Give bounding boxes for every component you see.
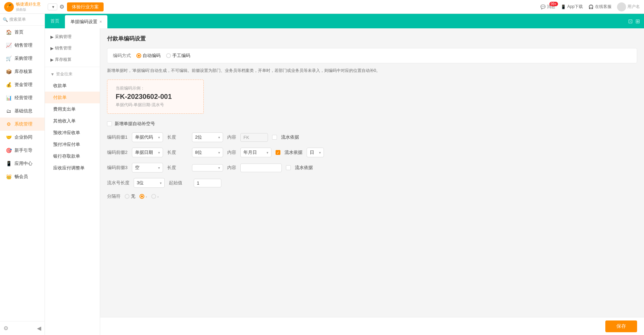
auto-fill-label: 新增单据自动补空号 (115, 121, 155, 127)
menu-group-capital-arrow: ▼ (50, 72, 55, 77)
topbar-dropdown[interactable]: ▾ (48, 3, 57, 10)
auto-fill-checkbox[interactable] (107, 121, 112, 126)
sidebar-item-enterprise[interactable]: 🤝 企业协同 (0, 131, 45, 144)
serial2-period-select[interactable]: 日 (307, 148, 324, 157)
manual-code-radio[interactable]: 手工编码 (166, 53, 190, 59)
tab-action-minimize[interactable]: ⊡ (628, 18, 633, 25)
serial1-label: 流水依据 (281, 134, 299, 140)
content3-input[interactable] (240, 164, 282, 172)
sidebar: 🔍 搜索菜单 🏠 首页 📈 销售管理 🛒 采购管理 📦 库存核算 💰 资金管理 … (0, 14, 45, 335)
sidebar-item-purchase[interactable]: 🛒 采购管理 (0, 52, 45, 65)
menu-group-sales-arrow: ▶ (50, 46, 54, 51)
menu-item-payment[interactable]: 付款单 (45, 92, 100, 103)
serial-length-select[interactable]: 3位 (134, 178, 165, 188)
encoding-mode-label: 编码方式 (113, 53, 131, 59)
serial3-checkbox[interactable] (286, 165, 291, 170)
app-download-item[interactable]: 📱 App下载 (561, 4, 583, 10)
newguide-icon: 🎯 (6, 147, 12, 153)
menu-group-capital[interactable]: ▼ 资金往来 (45, 68, 100, 80)
serial-number-row: 流水号长度 3位 起始值 (107, 178, 637, 188)
code-preview-value: FK-20230602-001 (116, 93, 195, 101)
sidebar-item-operations[interactable]: 📊 经营管理 (0, 91, 45, 104)
avatar-image (617, 2, 626, 11)
experience-button[interactable]: 体验行业方案 (67, 2, 104, 11)
sidebar-item-system[interactable]: ⚙ 系统管理 (0, 118, 45, 131)
sidebar-search[interactable]: 🔍 搜索菜单 (0, 14, 45, 26)
menu-item-bank[interactable]: 银行存取款单 (45, 150, 100, 162)
menu-divider (45, 67, 100, 67)
topbar-settings-icon[interactable]: ⚙ (59, 3, 64, 10)
serial1-checkbox[interactable] (272, 135, 277, 140)
auto-code-radio-circle (136, 53, 141, 58)
serial2-checkbox[interactable]: ✓ (276, 150, 280, 155)
save-button[interactable]: 保存 (605, 320, 637, 332)
sep-dot-char: · (146, 194, 147, 199)
sidebar-item-member[interactable]: 👑 畅会员 (0, 170, 45, 183)
sep-dot-radio[interactable]: · (140, 194, 147, 199)
messages-item[interactable]: 💬 消息 99+ (540, 4, 555, 10)
prefix1-select[interactable]: 单据代码 (132, 132, 163, 142)
sidebar-item-inventory[interactable]: 📦 库存核算 (0, 65, 45, 78)
start-value-input[interactable] (194, 179, 221, 187)
tab-encoding-settings[interactable]: 单据编码设置 × (65, 15, 107, 28)
menu-group-inventory[interactable]: ▶ 库存核算 (45, 54, 100, 65)
auto-code-radio[interactable]: 自动编码 (136, 53, 161, 59)
prefix3-select[interactable]: 空 (132, 163, 163, 173)
page-title: 付款单编码设置 (107, 35, 637, 43)
main-layout: 🔍 搜索菜单 🏠 首页 📈 销售管理 🛒 采购管理 📦 库存核算 💰 资金管理 … (0, 14, 644, 335)
tab-home[interactable]: 首页 (45, 14, 65, 28)
customer-service-item[interactable]: 🎧 在线客服 (588, 4, 612, 10)
topbar-logo: 🍊 畅捷通好生意 插曲版 (4, 2, 41, 12)
sidebar-item-appcenter[interactable]: 📱 应用中心 (0, 157, 45, 170)
separator-label: 分隔符 (107, 193, 121, 199)
menu-item-other-income[interactable]: 其他收入单 (45, 115, 100, 127)
sep-dot-circle (140, 194, 144, 199)
content1-input[interactable] (240, 133, 268, 142)
info-text: 新增单据时，'单据编码'自动生成，不可编辑。前缀设置为部门、业务员等档案类，开单… (107, 67, 637, 74)
sidebar-item-home[interactable]: 🏠 首页 (0, 26, 45, 39)
prefix2-select[interactable]: 单据日期 (132, 148, 163, 157)
sep-dot-dot (141, 195, 143, 197)
sidebar-item-newguide[interactable]: 🎯 新手引导 (0, 144, 45, 157)
sidebar-item-basic[interactable]: 🗂 基础信息 (0, 104, 45, 118)
menu-item-receipt[interactable]: 收款单 (45, 80, 100, 92)
sidebar-item-finance[interactable]: 💰 资金管理 (0, 78, 45, 91)
purchase-icon: 🛒 (6, 55, 12, 62)
auto-fill-row: 新增单据自动补空号 (107, 121, 637, 127)
menu-item-adjust[interactable]: 应收应付调整单 (45, 162, 100, 174)
content1-label: 内容 (227, 134, 236, 140)
footer-settings-button[interactable]: ⚙ (3, 325, 8, 332)
sep-other-radio[interactable]: · (151, 194, 159, 199)
length2-select[interactable]: 8位 (192, 148, 223, 157)
customer-service-icon: 🎧 (588, 4, 594, 9)
appcenter-icon: 📱 (6, 160, 12, 167)
menu-item-prepayment[interactable]: 预付冲应付单 (45, 139, 100, 150)
logo-text: 畅捷通好生意 插曲版 (16, 2, 41, 12)
tab-bar-actions: ⊡ ⊞ (628, 18, 644, 25)
length1-select[interactable]: 2位 (192, 132, 223, 142)
content3-label: 内容 (227, 165, 236, 171)
length2-label: 长度 (167, 149, 188, 156)
user-avatar[interactable]: 用户名 (617, 2, 640, 11)
prefix1-label: 编码前缀1 (107, 134, 128, 140)
sidebar-item-sales[interactable]: 📈 销售管理 (0, 39, 45, 52)
start-value-label: 起始值 (169, 180, 190, 186)
member-icon: 👑 (6, 174, 12, 180)
length3-select[interactable] (192, 164, 223, 171)
code-preview: 当前编码示例： FK-20230602-001 单据代码-单据日期-流水号 (107, 80, 204, 114)
topbar-nav: ▾ ⚙ (48, 3, 64, 10)
menu-item-prereceipt[interactable]: 预收冲应收单 (45, 127, 100, 139)
messages-badge: 99+ (549, 2, 558, 6)
sidebar-collapse-button[interactable]: ◀ (37, 325, 41, 332)
inventory-icon: 📦 (6, 68, 12, 75)
content2-select[interactable]: 年月日 (240, 148, 271, 157)
system-icon: ⚙ (6, 121, 12, 127)
menu-group-purchase[interactable]: ▶ 采购管理 (45, 31, 100, 43)
tab-close-button[interactable]: × (99, 19, 102, 24)
menu-group-sales[interactable]: ▶ 销售管理 (45, 43, 100, 54)
tab-action-maximize[interactable]: ⊞ (635, 18, 640, 25)
home-icon: 🏠 (6, 29, 12, 35)
enterprise-icon: 🤝 (6, 134, 12, 140)
menu-item-expense[interactable]: 费用支出单 (45, 103, 100, 115)
sep-none-radio[interactable]: 无 (125, 193, 135, 199)
